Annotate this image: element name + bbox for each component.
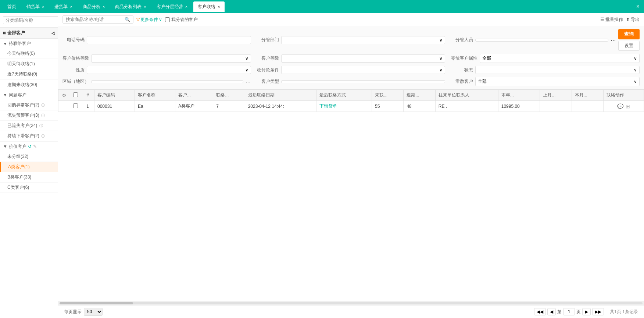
chevron-icon-retail-cust: ∨ — [634, 79, 637, 84]
filter-row-person: 分管人员 ··· 查询 设置 — [451, 29, 640, 51]
th-level: 客户... — [175, 90, 213, 101]
nav-analysis-close[interactable]: × — [103, 4, 105, 9]
td-no-contact: 55 — [372, 101, 404, 112]
retail-customer-select[interactable]: 全部 ∨ — [475, 77, 640, 86]
arrow-icon-pending: ▼ — [3, 41, 7, 46]
grid-action-icon[interactable]: ⊞ — [626, 103, 630, 109]
row-checkbox[interactable] — [73, 103, 78, 108]
payment-select[interactable]: ∨ — [281, 66, 446, 74]
person-more-icon[interactable]: ··· — [611, 37, 616, 43]
my-customer-checkbox[interactable]: 我分管的客户 — [165, 17, 198, 23]
sidebar-item-c-class[interactable]: C类客户(6) — [0, 183, 58, 193]
horizontal-scrollbar[interactable] — [58, 301, 644, 305]
th-contact-person: 往来单位联系人 — [435, 90, 498, 101]
sidebar-item-repurchase-anomaly[interactable]: 回购异常客户(2) ⓘ — [0, 100, 58, 110]
td-this-year: 10995.00 — [498, 101, 540, 112]
sidebar-section-problem[interactable]: ▼ 问题客户 — [0, 90, 58, 100]
status-select[interactable]: ∨ — [475, 66, 640, 74]
filter-row-customer-type: 客户类型 — [257, 77, 446, 86]
nav-analysis[interactable]: 商品分析 × — [78, 1, 109, 12]
price-level-label: 客户价格等级 — [62, 55, 89, 61]
th-checkbox — [70, 90, 81, 101]
retail-attr-select[interactable]: 全部 ∨ — [480, 54, 640, 63]
advanced-filter: 电话号码 分管部门 ∨ 分管人员 ··· 查询 设置 — [58, 26, 644, 89]
sidebar-section-value[interactable]: ▼ 价值客户 ↺ ✎ — [0, 142, 58, 152]
td-this-month — [572, 101, 603, 112]
th-last-month: 上月... — [540, 90, 572, 101]
sidebar-search-container: 🔍 — [0, 13, 58, 28]
sidebar-item-churned[interactable]: 已流失客户(24) ⓘ — [0, 121, 58, 131]
all-customers-label[interactable]: 全部客户 — [7, 30, 25, 36]
filter-more-btn[interactable]: ▽ 更多条件 ∨ — [136, 17, 162, 23]
nav-customer-tier[interactable]: 客户分层经营 × — [152, 1, 192, 12]
td-contact-count: 7 — [213, 101, 245, 112]
sidebar-item-b-class[interactable]: B类客户(33) — [0, 172, 58, 183]
nav-customer-tier-close[interactable]: × — [185, 4, 187, 9]
th-name: 客户名称 — [135, 90, 175, 101]
export-btn[interactable]: ⬆ 导出 — [626, 17, 640, 23]
filter-row-retail-customer: 零散客户 全部 ∨ — [451, 77, 640, 86]
filter-search-input[interactable] — [66, 17, 125, 22]
nav-customer-contact[interactable]: 客户联络 × — [193, 1, 224, 12]
price-level-select[interactable]: ∨ — [91, 54, 251, 63]
dept-select[interactable]: ∨ — [281, 36, 446, 44]
sidebar-item-churn-warning[interactable]: 流失预警客户(3) ⓘ — [0, 110, 58, 121]
query-btn[interactable]: 查询 — [618, 29, 640, 39]
customer-level-label: 客户等级 — [257, 55, 279, 61]
phone-input[interactable] — [87, 36, 251, 44]
refresh-icon[interactable]: ↺ — [28, 144, 32, 149]
last-page-btn[interactable]: ▶▶ — [592, 308, 604, 315]
nav-customer-contact-close[interactable]: × — [218, 4, 220, 9]
sidebar-collapse-icon[interactable]: ◁ — [51, 31, 55, 36]
th-num: # — [81, 90, 94, 101]
sidebar-item-overdue[interactable]: 逾期未联络(30) — [0, 80, 58, 90]
page-number-input[interactable] — [563, 308, 575, 315]
filter-row-status: 状态 ∨ — [451, 66, 640, 74]
td-contact-person: RE . — [435, 101, 498, 112]
sidebar-item-unclassified[interactable]: 未分组(32) — [0, 152, 58, 162]
nav-home[interactable]: 首页 — [3, 1, 21, 12]
first-page-btn[interactable]: ◀◀ — [534, 308, 546, 315]
sidebar-item-today[interactable]: 今天待联络(0) — [0, 49, 58, 59]
arrow-icon-problem: ▼ — [3, 92, 7, 98]
nav-sales[interactable]: 销货单 × — [22, 1, 49, 12]
scroll-thumb[interactable] — [60, 302, 133, 304]
chevron-icon-payment: ∨ — [439, 67, 443, 73]
td-code[interactable]: 000031 — [94, 101, 135, 112]
td-last-contact-method[interactable]: 下销货单 — [316, 101, 372, 112]
next-page-btn[interactable]: ▶ — [582, 308, 591, 315]
select-all-checkbox[interactable] — [73, 92, 78, 97]
edit-icon[interactable]: ✎ — [33, 144, 37, 149]
nav-sales-close[interactable]: × — [42, 4, 44, 9]
my-customer-check[interactable] — [165, 17, 170, 22]
nav-analysis-list[interactable]: 商品分析列表 × — [111, 1, 150, 12]
window-close-btn[interactable]: × — [635, 2, 641, 11]
phone-label: 电话号码 — [62, 37, 85, 43]
customer-level-select[interactable]: ∨ — [281, 54, 446, 63]
per-page-select[interactable]: 50 100 200 — [84, 308, 103, 316]
nature-select[interactable]: ∨ — [87, 66, 251, 74]
region-select[interactable] — [91, 80, 243, 83]
filter-search-icon[interactable]: 🔍 — [125, 17, 130, 22]
sidebar-item-declining[interactable]: 持续下滑客户(2) ⓘ — [0, 131, 58, 141]
person-select[interactable] — [475, 39, 608, 42]
settings-btn[interactable]: 设置 — [618, 41, 640, 51]
region-more-icon[interactable]: ··· — [246, 79, 251, 85]
sidebar-item-7days[interactable]: 近7天待联络(0) — [0, 69, 58, 80]
customer-type-select[interactable] — [281, 80, 446, 83]
message-icon[interactable]: 💬 — [617, 103, 623, 109]
nav-purchase-close[interactable]: × — [70, 4, 72, 9]
chevron-icon-level: ∨ — [439, 56, 443, 61]
sidebar-item-tomorrow[interactable]: 明天待联络(1) — [0, 59, 58, 69]
sidebar-section-pending[interactable]: ▼ 待联络客户 — [0, 39, 58, 49]
th-action: 联络动作 — [603, 90, 644, 101]
th-settings[interactable]: ⚙ — [58, 90, 70, 101]
td-name[interactable]: Ea — [135, 101, 175, 112]
nav-analysis-list-close[interactable]: × — [144, 4, 146, 9]
batch-op-btn[interactable]: ☰ 批量操作 — [600, 17, 623, 23]
sidebar-item-a-class[interactable]: A类客户(1) — [0, 162, 58, 172]
chevron-icon-price: ∨ — [245, 56, 248, 61]
prev-page-btn[interactable]: ◀ — [547, 308, 556, 315]
sidebar-search-input[interactable] — [3, 16, 58, 24]
nav-purchase[interactable]: 进货单 × — [50, 1, 76, 12]
